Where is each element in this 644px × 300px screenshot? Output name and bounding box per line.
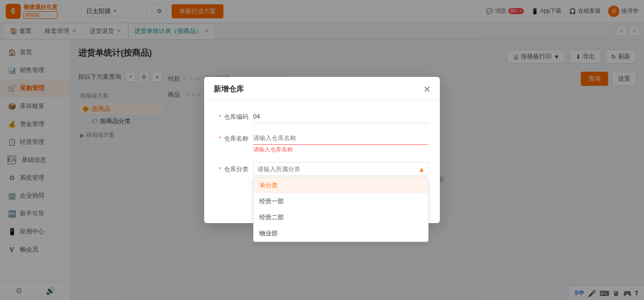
modal-close-button[interactable]: ✕ [423, 85, 430, 94]
warehouse-name-error: 请输入仓库名称 [253, 146, 429, 154]
warehouse-category-label: * 仓库分类 [215, 162, 253, 174]
dropdown-item-2[interactable]: 经营二部 [254, 209, 428, 225]
modal-overlay[interactable]: 新增仓库 ✕ * 仓库编码 * 仓库名称 [0, 0, 644, 300]
dropdown-item-0[interactable]: 未分类 [254, 177, 428, 193]
form-row-name: * 仓库名称 请输入仓库名称 [215, 132, 429, 154]
form-row-code: * 仓库编码 [215, 110, 429, 123]
dropdown-item-3[interactable]: 物业部 [254, 225, 428, 242]
warehouse-name-input[interactable] [253, 132, 429, 145]
warehouse-category-input[interactable] [253, 162, 429, 176]
warehouse-code-input[interactable] [253, 110, 429, 123]
category-select-wrapper: ▲ [253, 162, 429, 176]
category-dropdown: 未分类 经营一部 经营二部 物业部 [253, 177, 429, 242]
modal-header: 新增仓库 ✕ [204, 77, 440, 100]
warehouse-category-control: ▲ 未分类 经营一部 经营二部 物业部 [253, 162, 429, 176]
modal-title: 新增仓库 [214, 84, 244, 94]
form-row-category: * 仓库分类 ▲ 未分类 经营一部 经营二部 物业部 [215, 162, 429, 176]
warehouse-code-control [253, 110, 429, 123]
modal-body: * 仓库编码 * 仓库名称 请输入仓库名称 [204, 100, 440, 194]
warehouse-name-control: 请输入仓库名称 [253, 132, 429, 154]
warehouse-name-label: * 仓库名称 [215, 132, 253, 143]
dropdown-item-1[interactable]: 经营一部 [254, 193, 428, 209]
warehouse-code-label: * 仓库编码 [215, 110, 253, 121]
warehouse-modal: 新增仓库 ✕ * 仓库编码 * 仓库名称 [204, 77, 440, 223]
